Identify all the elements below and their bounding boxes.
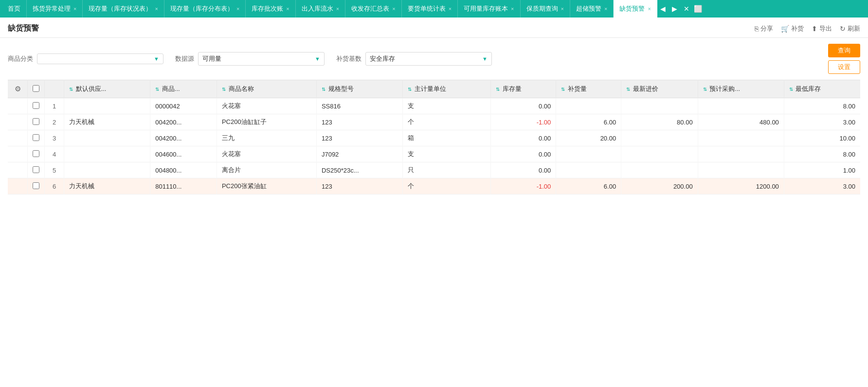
tab-home[interactable]: 首页 (2, 0, 27, 18)
export-btn[interactable]: ⬆ 导出 (812, 24, 832, 33)
row-checkbox-cell-5[interactable] (28, 178, 45, 194)
tab-order-stat[interactable]: 要货单统计表 × (402, 0, 458, 18)
tab-overstock[interactable]: 超储预警 × (570, 0, 614, 18)
table-row: 1 0000042 火花塞 SS816 支 0.00 8.00 (8, 98, 860, 114)
refresh-btn[interactable]: ↻ 刷新 (840, 24, 860, 33)
col-header-latest-price[interactable]: ⇅ 最新进价 (621, 80, 698, 98)
query-button[interactable]: 查询 (828, 44, 860, 57)
tab-order-stat-close[interactable]: × (449, 6, 452, 12)
settings-button[interactable]: 设置 (828, 60, 860, 74)
col-header-stock[interactable]: ⇅ 库存量 (491, 80, 556, 98)
col-header-unit[interactable]: ⇅ 主计量单位 (403, 80, 491, 98)
row-unit-2: 箱 (403, 130, 491, 146)
tab-close-all-btn[interactable]: ✕ (681, 0, 692, 18)
row-checkbox-cell-1[interactable] (28, 114, 45, 130)
datasource-select[interactable]: 可用量 ▼ (198, 52, 325, 66)
col-header-spec[interactable]: ⇅ 规格型号 (316, 80, 402, 98)
category-select[interactable]: ▼ (37, 53, 163, 64)
tab-inventory-status-close[interactable]: × (155, 6, 158, 12)
row-settings-4 (8, 162, 28, 178)
filter-bar: 商品分类 ▼ 数据源 可用量 ▼ 补货基数 安全库存 ▼ 查询 设置 (0, 38, 868, 80)
row-stock-5: -1.00 (491, 178, 556, 194)
tab-exception-close[interactable]: × (73, 6, 76, 12)
tab-inout-flow-close[interactable]: × (336, 6, 339, 12)
tab-shortage-close[interactable]: × (648, 6, 651, 12)
row-stock-3: 0.00 (491, 146, 556, 162)
category-filter: 商品分类 ▼ (8, 53, 163, 64)
tab-receipt-summary-close[interactable]: × (392, 6, 395, 12)
tab-inout-flow[interactable]: 出入库流水 × (296, 0, 345, 18)
row-settings-5 (8, 178, 28, 194)
tab-available-ledger[interactable]: 可用量库存账本 × (458, 0, 520, 18)
row-checkbox-cell-3[interactable] (28, 146, 45, 162)
tab-receipt-summary[interactable]: 收发存汇总表 × (345, 0, 401, 18)
min-stock-sort-icon: ⇅ (789, 87, 793, 92)
table-row: 6 力天机械 801110... PC200张紧油缸 123 个 -1.00 6… (8, 178, 860, 194)
row-checkbox-cell-4[interactable] (28, 162, 45, 178)
col-header-min-stock[interactable]: ⇅ 最低库存 (784, 80, 860, 98)
col-header-name[interactable]: ⇅ 商品名称 (217, 80, 316, 98)
tab-next-btn[interactable]: ▶ (669, 0, 681, 18)
col-header-replenish[interactable]: ⇅ 补货量 (556, 80, 621, 98)
tab-restore-btn[interactable]: ⬜ (692, 0, 704, 18)
row-est-purchase-5: 1200.00 (698, 178, 784, 194)
row-code-1: 004200... (150, 114, 217, 130)
replenish-base-label: 补货基数 (336, 54, 362, 63)
column-settings-icon[interactable]: ⚙ (13, 84, 22, 94)
row-checkbox-0[interactable] (33, 102, 39, 109)
col-header-checkbox[interactable] (28, 80, 45, 98)
page-title: 缺货预警 (8, 23, 39, 34)
col-header-settings[interactable]: ⚙ (8, 80, 28, 98)
row-checkbox-2[interactable] (33, 134, 39, 141)
row-checkbox-4[interactable] (33, 166, 39, 173)
category-label: 商品分类 (8, 54, 33, 63)
row-est-purchase-3 (698, 146, 784, 162)
col-header-supplier[interactable]: ⇅ 默认供应... (64, 80, 150, 98)
table-header-row: ⚙ ⇅ 默认供应... ⇅ 商品... ⇅ (8, 80, 860, 98)
tab-expiry-query[interactable]: 保质期查询 × (521, 0, 570, 18)
code-sort-icon: ⇅ (155, 87, 159, 92)
row-checkbox-cell-0[interactable] (28, 98, 45, 114)
row-num-3: 4 (45, 146, 64, 162)
datasource-filter: 数据源 可用量 ▼ (175, 52, 325, 66)
row-stock-2: 0.00 (491, 130, 556, 146)
row-supplier-1: 力天机械 (64, 114, 150, 130)
tab-exception[interactable]: 拣货异常处理 × (27, 0, 83, 18)
row-num-5: 6 (45, 178, 64, 194)
table-row: 2 力天机械 004200... PC200油缸缸子 123 个 -1.00 6… (8, 114, 860, 130)
tab-inventory-dist-close[interactable]: × (236, 6, 239, 12)
tab-available-ledger-close[interactable]: × (511, 6, 514, 12)
row-checkbox-1[interactable] (33, 118, 39, 125)
tab-overstock-close[interactable]: × (604, 6, 607, 12)
row-est-purchase-2 (698, 130, 784, 146)
row-checkbox-cell-2[interactable] (28, 130, 45, 146)
row-spec-3: J7092 (316, 146, 402, 162)
tab-shortage[interactable]: 缺货预警 × (614, 0, 657, 18)
table-container: ⚙ ⇅ 默认供应... ⇅ 商品... ⇅ (0, 80, 868, 194)
col-header-est-purchase[interactable]: ⇅ 预计采购... (698, 80, 784, 98)
row-min-stock-1: 3.00 (784, 114, 860, 130)
tab-batch-account[interactable]: 库存批次账 × (246, 0, 295, 18)
replenish-btn[interactable]: 🛒 补货 (781, 24, 804, 33)
row-name-4: 离合片 (217, 162, 316, 178)
row-checkbox-5[interactable] (33, 182, 39, 189)
col-header-code[interactable]: ⇅ 商品... (150, 80, 217, 98)
replenish-base-select[interactable]: 安全库存 ▼ (365, 52, 492, 66)
tab-expiry-query-close[interactable]: × (561, 6, 564, 12)
tab-prev-btn[interactable]: ◀ (657, 0, 669, 18)
row-checkbox-3[interactable] (33, 150, 39, 157)
datasource-label: 数据源 (175, 54, 194, 63)
row-replenish-3 (556, 146, 621, 162)
tab-inventory-dist[interactable]: 现存量（库存分布表） × (164, 0, 246, 18)
select-all-checkbox[interactable] (33, 85, 39, 92)
tab-batch-account-close[interactable]: × (286, 6, 289, 12)
tab-inventory-status[interactable]: 现存量（库存状况表） × (83, 0, 164, 18)
filter-actions: 查询 设置 (828, 44, 860, 74)
row-replenish-4 (556, 162, 621, 178)
row-est-purchase-1: 480.00 (698, 114, 784, 130)
share-btn[interactable]: ⎘ 分享 (755, 24, 773, 33)
replenish-sort-icon: ⇅ (561, 87, 565, 92)
stock-sort-icon: ⇅ (496, 87, 500, 92)
latest-price-sort-icon: ⇅ (626, 87, 630, 92)
row-latest-price-0 (621, 98, 698, 114)
